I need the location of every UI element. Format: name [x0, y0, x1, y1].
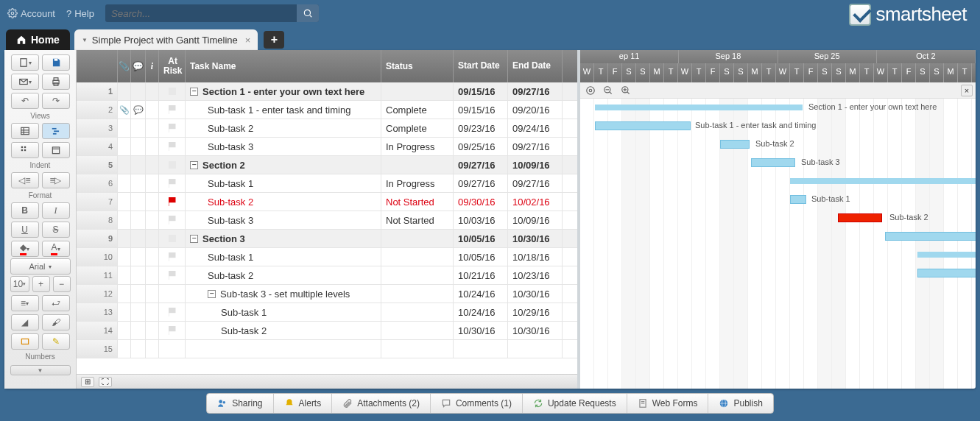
save-button[interactable] [42, 54, 70, 71]
table-row[interactable]: 13Sub-task 110/24/1610/29/16 [77, 303, 577, 322]
align-icon: ≡ [21, 298, 26, 308]
tab-close-icon[interactable]: × [245, 35, 251, 46]
gantt-close-button[interactable]: × [961, 85, 973, 96]
collapse-icon[interactable]: − [190, 161, 198, 169]
gantt-icon [51, 126, 61, 136]
conditional-button[interactable]: ✎ [42, 333, 70, 350]
grid-view-button[interactable] [11, 123, 39, 139]
update-requests-button[interactable]: Update Requests [523, 394, 627, 413]
table-row[interactable]: 2📎💬Sub-task 1 - enter task and timingCom… [77, 101, 577, 119]
gantt-bar[interactable] [720, 140, 750, 149]
help-link[interactable]: ? Help [66, 8, 94, 19]
fontsize-inc-button[interactable]: + [32, 276, 50, 292]
gantt-settings-button[interactable] [585, 85, 596, 96]
gantt-bar[interactable] [885, 232, 976, 241]
svg-rect-17 [24, 146, 25, 148]
mail-button[interactable]: ▾ [11, 74, 39, 90]
italic-button[interactable]: I [42, 202, 70, 219]
redo-button[interactable]: ↷ [42, 93, 70, 109]
search-input[interactable] [105, 4, 297, 22]
table-row[interactable]: 5−Section 209/27/1610/09/16 [77, 156, 577, 174]
search-button[interactable] [297, 4, 319, 22]
wrap-button[interactable]: ⮐ [42, 295, 70, 311]
outdent-button[interactable]: ◁≡ [11, 172, 39, 188]
flag-icon [169, 308, 176, 316]
table-row[interactable]: 3Sub-task 2Complete09/23/1609/24/16 [77, 119, 577, 138]
gantt-bar[interactable] [917, 252, 976, 258]
new-button[interactable]: ▾ [11, 54, 39, 71]
table-row[interactable]: 8Sub-task 3Not Started10/03/1610/09/16 [77, 211, 577, 230]
align-button[interactable]: ≡▾ [11, 295, 39, 311]
gantt-zoomin-button[interactable] [620, 85, 632, 96]
grid-panel: 📎 💬 i At Risk Task Name Status Start Dat… [77, 50, 580, 389]
attachment-column-icon[interactable]: 📎 [118, 50, 131, 82]
indent-button[interactable]: ≡▷ [42, 172, 70, 188]
format-label: Format [29, 191, 52, 199]
highlight-button[interactable] [11, 333, 39, 350]
table-row[interactable]: 12−Sub-task 3 - set multiple levels10/24… [77, 285, 577, 303]
table-row[interactable]: 6Sub-task 1In Progress09/27/1609/27/16 [77, 174, 577, 193]
table-row[interactable]: 7Sub-task 2Not Started09/30/1610/02/16 [77, 193, 577, 211]
sharing-button[interactable]: Sharing [207, 394, 273, 413]
table-row[interactable]: 14Sub-task 210/30/1610/30/16 [77, 322, 577, 340]
table-row[interactable]: 9−Section 310/05/1610/30/16 [77, 230, 577, 248]
calendar-view-button[interactable] [42, 142, 70, 158]
comment-icon: 💬 [133, 105, 144, 115]
bold-button[interactable]: B [11, 202, 39, 219]
add-row-button[interactable]: ⊞ [81, 377, 94, 387]
expand-button[interactable]: ⛶ [99, 377, 112, 387]
strike-icon: S [52, 224, 58, 235]
gantt-bar[interactable] [917, 269, 976, 277]
gantt-bar[interactable] [595, 105, 803, 110]
account-link[interactable]: Account [7, 8, 55, 19]
gantt-bar[interactable] [838, 213, 882, 222]
highlighter-icon: ✎ [52, 336, 60, 347]
table-row[interactable]: 4Sub-task 3In Progress09/25/1609/27/16 [77, 138, 577, 156]
table-row[interactable]: 1−Section 1 - enter your own text here09… [77, 82, 577, 101]
format-painter-button[interactable]: 🖌 [42, 314, 70, 330]
start-column-header[interactable]: Start Date [454, 50, 508, 82]
flag-icon [169, 197, 176, 206]
collapse-icon[interactable]: − [190, 88, 198, 96]
home-tab[interactable]: Home [6, 29, 70, 50]
sheet-tab[interactable]: ▼ Simple Project with Gantt Timeline × [74, 29, 258, 50]
table-row[interactable]: 11Sub-task 210/21/1610/23/16 [77, 266, 577, 285]
card-view-button[interactable] [11, 142, 39, 158]
strike-button[interactable]: S [42, 222, 70, 238]
fontsize-dropdown[interactable]: 10▾ [10, 276, 29, 292]
webforms-button[interactable]: Web Forms [627, 394, 709, 413]
end-column-header[interactable]: End Date [508, 50, 563, 82]
table-row[interactable]: 15 [77, 340, 577, 358]
task-column-header[interactable]: Task Name [186, 50, 381, 82]
print-icon [51, 77, 61, 87]
gantt-bar[interactable] [790, 178, 976, 184]
info-column-icon[interactable]: i [146, 50, 159, 82]
table-row[interactable]: 10Sub-task 110/05/1610/18/16 [77, 248, 577, 266]
gantt-view-button[interactable] [42, 123, 70, 139]
risk-column-header[interactable]: At Risk [159, 50, 186, 82]
font-dropdown[interactable]: Arial▾ [10, 258, 71, 275]
gantt-bar[interactable] [790, 195, 806, 204]
alerts-button[interactable]: Alerts [274, 394, 333, 413]
flag-icon [169, 216, 176, 224]
fontsize-dec-button[interactable]: − [53, 276, 71, 292]
comments-button[interactable]: Comments (1) [431, 394, 523, 413]
gantt-zoomout-button[interactable] [602, 85, 614, 96]
print-button[interactable] [42, 74, 70, 90]
status-column-header[interactable]: Status [381, 50, 454, 82]
font-color-button[interactable]: A▾ [42, 241, 70, 257]
undo-button[interactable]: ↶ [11, 93, 39, 109]
dropdown-icon[interactable]: ▼ [82, 37, 88, 43]
comment-column-icon[interactable]: 💬 [131, 50, 146, 82]
more-chevron[interactable]: ▼ [10, 365, 71, 375]
new-tab-button[interactable]: + [264, 31, 284, 49]
gantt-bar[interactable] [595, 121, 691, 130]
collapse-icon[interactable]: − [190, 235, 198, 243]
attachments-button[interactable]: Attachments (2) [332, 394, 431, 413]
fill-color-button[interactable]: ◆▾ [11, 241, 39, 257]
publish-button[interactable]: Publish [708, 394, 772, 413]
clear-format-button[interactable]: ◢ [11, 314, 39, 330]
gantt-bar[interactable] [751, 158, 795, 167]
underline-button[interactable]: U [11, 222, 39, 238]
collapse-icon[interactable]: − [208, 290, 216, 298]
